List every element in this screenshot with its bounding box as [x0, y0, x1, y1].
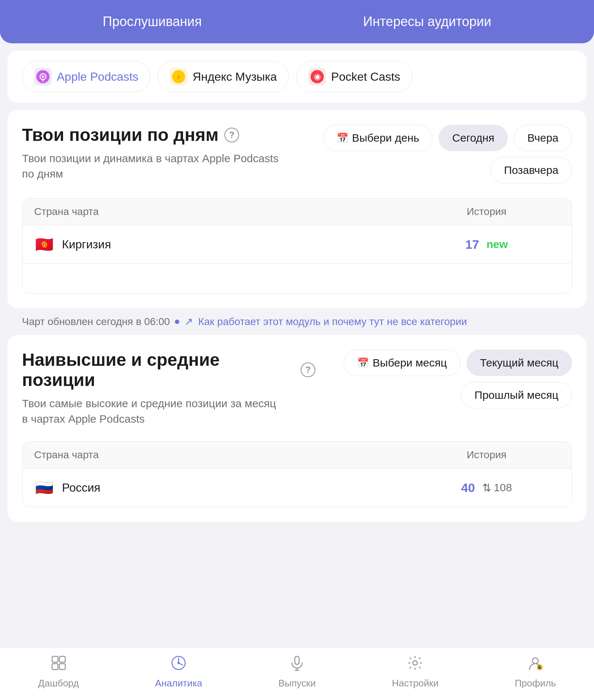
nav-analytics[interactable]: Аналитика	[155, 655, 202, 689]
position-ru: 40	[461, 481, 475, 495]
filter-day-before[interactable]: Позавчера	[490, 157, 572, 183]
source-tab-yandex[interactable]: ♪ Яндекс Музыка	[158, 61, 289, 92]
section2-help-icon[interactable]: ?	[301, 362, 315, 377]
source-tabs: Apple Podcasts ♪ Яндекс Музыка ◉ Pocket …	[22, 61, 572, 92]
position-kg: 17	[465, 237, 479, 252]
update-time-text: Чарт обновлен сегодня в 06:00	[22, 316, 170, 328]
col-country-header1: Страна чарта	[34, 206, 413, 218]
section-daily-positions: Твои позиции по дням ? Твои позиции и ди…	[7, 110, 587, 308]
settings-icon	[407, 655, 423, 675]
update-link[interactable]: Как работает этот модуль и почему тут не…	[198, 316, 467, 328]
section1-filters: 📅 Выбери день Сегодня Вчера Позавчера	[315, 125, 572, 183]
col-country-header2: Страна чарта	[34, 449, 413, 461]
flag-kyrgyzstan: 🇰🇬	[34, 234, 55, 255]
yandex-music-label: Яндекс Музыка	[192, 70, 277, 84]
section1-header: Твои позиции по дням ? Твои позиции и ди…	[22, 125, 572, 183]
section1-table: Страна чарта История 🇰🇬 Киргизия 17 new	[22, 198, 572, 294]
table1-header: Страна чарта История	[22, 198, 572, 225]
table-row: 🇰🇬 Киргизия 17 new	[22, 225, 572, 264]
section-highest-positions: Наивысшие и средние позиции ? Твои самые…	[7, 335, 587, 522]
filter-yesterday[interactable]: Вчера	[514, 125, 572, 151]
nav-profile[interactable]: Б Профиль	[515, 655, 556, 689]
position-change-kg: new	[487, 238, 508, 251]
source-tabs-container: Apple Podcasts ♪ Яндекс Музыка ◉ Pocket …	[7, 51, 587, 103]
analytics-icon	[170, 655, 187, 675]
country-cell-ru: 🇷🇺 Россия	[34, 477, 413, 498]
profile-icon: Б	[527, 655, 543, 675]
calendar-icon: 📅	[337, 132, 348, 144]
section2-title: Наивысшие и средние позиции ?	[22, 350, 315, 390]
col-history-header1: История	[413, 206, 560, 218]
calendar-icon2: 📅	[357, 357, 369, 369]
svg-text:Б: Б	[538, 665, 542, 670]
filter-pick-day[interactable]: 📅 Выбери день	[323, 125, 433, 151]
svg-rect-11	[59, 664, 65, 670]
nav-episodes[interactable]: Выпуски	[278, 655, 316, 689]
svg-text:♪: ♪	[177, 72, 180, 80]
position-change-ru: ⇅ 108	[482, 481, 512, 494]
section1-title: Твои позиции по дням ?	[22, 125, 279, 145]
source-tab-apple[interactable]: Apple Podcasts	[22, 61, 150, 92]
table2-header: Страна чарта История	[22, 442, 572, 469]
country-name-kg: Киргизия	[62, 238, 111, 251]
svg-point-13	[177, 662, 180, 664]
top-tab-bar: Прослушивания Интересы аудитории	[0, 0, 594, 43]
apple-podcasts-label: Apple Podcasts	[57, 70, 138, 84]
section2-filters: 📅 Выбери месяц Текущий месяц Прошлый мес…	[315, 350, 572, 408]
svg-rect-8	[52, 656, 58, 662]
section2-header: Наивысшие и средние позиции ? Твои самые…	[22, 350, 572, 427]
tab-listenings[interactable]: Прослушивания	[73, 7, 231, 37]
col-history-header2: История	[413, 449, 560, 461]
arrow-up-right-icon: ↗	[184, 316, 193, 328]
source-tab-pocket[interactable]: ◉ Pocket Casts	[296, 61, 412, 92]
flag-russia: 🇷🇺	[34, 477, 55, 498]
filter-current-month[interactable]: Текущий месяц	[466, 350, 572, 376]
svg-point-2	[42, 76, 44, 78]
table-row-russia: 🇷🇺 Россия 40 ⇅ 108	[22, 469, 572, 507]
nav-settings[interactable]: Настройки	[392, 655, 439, 689]
section1-title-area: Твои позиции по дням ? Твои позиции и ди…	[22, 125, 279, 182]
pocket-casts-label: Pocket Casts	[331, 70, 400, 84]
filter-today[interactable]: Сегодня	[439, 125, 508, 151]
pocket-casts-icon: ◉	[308, 68, 326, 85]
apple-podcasts-icon	[34, 68, 52, 85]
filter-pick-month[interactable]: 📅 Выбери месяц	[344, 350, 461, 376]
country-cell-kg: 🇰🇬 Киргизия	[34, 234, 413, 255]
tab-audience-interests[interactable]: Интересы аудитории	[334, 7, 521, 37]
bottom-nav: Дашборд Аналитика Выпуски	[0, 647, 594, 700]
svg-rect-14	[295, 656, 299, 664]
history-cell-ru: 40 ⇅ 108	[413, 481, 560, 495]
nav-dashboard[interactable]: Дашборд	[38, 655, 79, 689]
svg-point-17	[413, 661, 417, 665]
dashboard-icon	[51, 655, 67, 675]
arrows-icon: ⇅	[482, 481, 491, 494]
empty-row	[22, 264, 572, 293]
svg-text:◉: ◉	[314, 72, 321, 81]
section2-table: Страна чарта История 🇷🇺 Россия 40 ⇅ 108	[22, 441, 572, 507]
svg-point-18	[532, 658, 538, 664]
svg-rect-10	[52, 664, 58, 670]
section1-help-icon[interactable]: ?	[224, 128, 239, 142]
yandex-music-icon: ♪	[170, 68, 187, 85]
update-note: Чарт обновлен сегодня в 06:00 ↗ Как рабо…	[22, 316, 572, 328]
country-name-ru: Россия	[62, 481, 100, 495]
history-cell-kg: 17 new	[413, 237, 560, 252]
microphone-icon	[289, 655, 305, 675]
filter-last-month[interactable]: Прошлый месяц	[461, 382, 572, 408]
section2-description: Твои самые высокие и средние позиции за …	[22, 396, 279, 427]
section1-description: Твои позиции и динамика в чартах Apple P…	[22, 151, 279, 182]
svg-rect-9	[59, 656, 65, 662]
update-dot	[175, 320, 179, 324]
section2-title-area: Наивысшие и средние позиции ? Твои самые…	[22, 350, 315, 427]
